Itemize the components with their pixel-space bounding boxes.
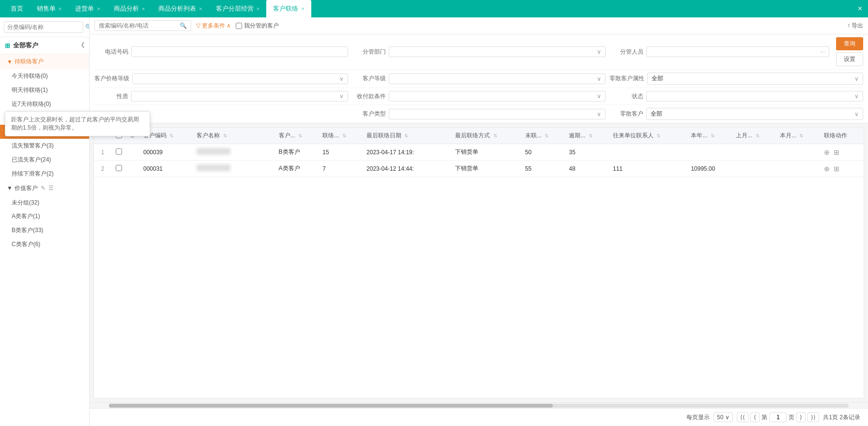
sidebar-item-tomorrow[interactable]: 明天待联络(1) [0,83,89,97]
scattered2-select[interactable]: 全部 ∨ [646,108,863,120]
export-button[interactable]: ↑ 导出 [847,22,863,30]
row-contact-action: ⊕ ⊞ [820,161,864,177]
settings-button[interactable]: 设置 [836,52,863,66]
nav-item-sales[interactable]: 销售单 × [30,0,68,17]
contact-icon[interactable]: ⊕ [824,148,830,156]
th-last-month: 上月... ⇅ [732,128,776,144]
sort-icon[interactable]: ⇅ [656,133,660,138]
sort-icon[interactable]: ⇅ [711,133,715,138]
filter-cell-status: 状态 ∨ [609,91,863,102]
status-select[interactable]: ∨ [646,91,863,102]
search-icon[interactable]: 🔍 [180,22,187,29]
nav-item-customer-contact[interactable]: 客户联络 × [266,0,311,17]
sidebar-search-input[interactable] [4,21,83,33]
nav-item-purchase[interactable]: 进货单 × [68,0,107,17]
sidebar-all-customers[interactable]: ⊞ 全部客户 《 [0,37,89,54]
dots-icon[interactable]: ··· [820,48,825,55]
contact-method-link[interactable]: 下销货单 [455,148,478,155]
row-checkbox[interactable] [116,148,122,155]
blurred-name [197,164,230,171]
scattered-select[interactable]: 全部 ∨ [647,73,863,85]
chevron-down-icon: ∨ [597,75,601,82]
person-select[interactable]: ··· [646,46,829,57]
blurred-name [197,148,230,155]
sidebar-item-declining[interactable]: 持续下滑客户(2) [0,167,89,181]
nature-select[interactable]: ∨ [131,91,348,102]
horizontal-scrollbar[interactable] [90,402,868,408]
row-settings-cell [126,161,139,177]
dept-select[interactable]: ∨ [389,46,606,57]
filter-row-3: 性质 ∨ 收付款条件 ∨ 状态 [94,88,863,105]
sort-icon[interactable]: ⇅ [589,133,593,138]
contact-icon[interactable]: ⊕ [824,165,830,173]
sort-icon[interactable]: ⇅ [799,133,803,138]
sort-icon[interactable]: ⇅ [223,133,227,138]
row-contact: 7 [319,161,363,177]
sidebar-item-lost[interactable]: 已流失客户(24) [0,153,89,167]
nav-item-product-list[interactable]: 商品分析列表 × [152,0,209,17]
phone-input[interactable] [131,46,348,57]
search-icon[interactable]: 🔍 [85,24,90,30]
sort-icon[interactable]: ⇅ [545,133,548,138]
more-action-icon[interactable]: ⊞ [834,165,839,173]
sidebar-group-pending[interactable]: ▼ 待联络客户 [0,54,89,69]
scrollbar-thumb[interactable] [109,404,553,408]
sidebar-item-7days[interactable]: 近7天待联络(0) [0,97,89,111]
status-label: 状态 [609,92,643,101]
first-page-button[interactable]: ⟨⟨ [737,412,748,422]
filter-row-4: ... 客户类型 ∨ 零散客户 全部 ∨ [94,105,863,123]
row-checkbox[interactable] [116,165,122,171]
per-page-select[interactable]: 50 ∨ [714,412,733,422]
prev-page-button[interactable]: ⟨ [750,412,760,422]
close-icon[interactable]: × [59,6,61,12]
edit-icon[interactable]: ✎ [41,185,46,191]
filter-cell-phone: 电话号码 [94,46,348,57]
search-box: 🔍 [94,20,191,31]
sidebar-item-loss-warning[interactable]: 流失预警客户(3) [0,139,89,153]
th-contact-action: 联络动作 [820,128,864,144]
nav-item-product-analysis[interactable]: 商品分析 × [107,0,152,17]
sidebar-group-value[interactable]: ▼ 价值客户 ✎ ☰ [0,181,89,196]
row-contact: 15 [319,144,363,161]
sort-icon[interactable]: ⇅ [404,133,408,138]
my-customer-checkbox[interactable] [236,23,242,29]
manage-icon[interactable]: ☰ [48,185,54,191]
scattered-label: 零散客户属性 [609,74,644,83]
sidebar-item-ungrouped[interactable]: 未分组(32) [0,196,89,210]
sidebar-item-c-class[interactable]: C类客户(6) [0,237,89,251]
price-level-select[interactable]: ∨ [132,73,348,84]
sidebar-item-a-class[interactable]: A类客户(1) [0,209,89,223]
query-button[interactable]: 查询 [836,37,863,50]
sort-icon[interactable]: ⇅ [298,133,302,138]
contact-method-link[interactable]: 下销货单 [455,165,478,172]
sort-icon[interactable]: ⇅ [756,133,760,138]
payment-select[interactable]: ∨ [389,91,606,102]
nav-item-home[interactable]: 首页 [4,0,30,17]
customer-level-select[interactable]: ∨ [389,73,606,84]
sort-icon[interactable]: ⇅ [342,133,346,138]
row-this-month [776,144,820,161]
sort-icon[interactable]: ⇅ [169,133,173,138]
sidebar-item-today[interactable]: 今天待联络(0) [0,69,89,83]
chevron-down-icon: ∨ [597,93,601,100]
close-icon[interactable]: × [97,6,100,12]
next-page-button[interactable]: ⟩ [796,412,806,422]
sort-icon[interactable]: ⇅ [493,133,497,138]
close-icon[interactable]: × [301,6,304,12]
close-all-button[interactable]: × [858,4,862,13]
filter-cell-scattered2: 零散客户 全部 ∨ [609,108,863,120]
customer-type-select[interactable]: ∨ [389,109,606,119]
nav-item-customer-segment[interactable]: 客户分层经营 × [209,0,266,17]
more-conditions-button[interactable]: ▽ 更多条件 ∧ [196,22,231,30]
page-number-input[interactable] [769,412,787,422]
row-this-month [776,161,820,177]
row-checkbox-cell [111,161,126,177]
close-icon[interactable]: × [199,6,202,12]
sidebar-item-b-class[interactable]: B类客户(33) [0,223,89,237]
close-icon[interactable]: × [142,6,145,12]
filter-cell-price-level: 客户价格等级 ∨ [94,73,348,84]
main-search-input[interactable] [99,22,178,29]
close-icon[interactable]: × [257,6,259,12]
last-page-button[interactable]: ⟩⟩ [807,412,819,422]
more-action-icon[interactable]: ⊞ [834,148,839,156]
